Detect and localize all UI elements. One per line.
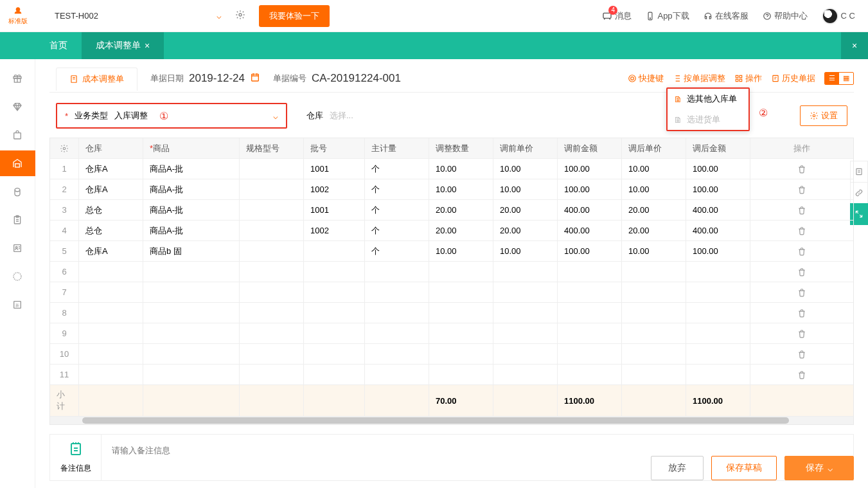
cell-post-amount[interactable] (686, 344, 750, 364)
cell-warehouse[interactable] (79, 344, 143, 364)
cell-pre-price[interactable] (493, 303, 558, 323)
cell-post-price[interactable]: 20.00 (622, 221, 686, 240)
row-delete-button[interactable] (750, 241, 853, 261)
cell-warehouse[interactable] (79, 282, 143, 302)
table-row[interactable]: 10 (50, 344, 853, 365)
cell-post-amount[interactable] (686, 262, 750, 282)
cell-batch[interactable] (304, 323, 365, 343)
cell-batch[interactable] (304, 282, 365, 302)
cell-qty[interactable]: 20.00 (429, 221, 493, 240)
org-selector[interactable]: TEST-H002 ⌵ (48, 7, 228, 24)
cell-product[interactable] (143, 282, 240, 302)
cell-batch[interactable]: 1001 (304, 159, 365, 179)
cell-qty[interactable] (429, 262, 493, 282)
table-row[interactable]: 11 (50, 365, 853, 385)
biz-type-field[interactable]: * 业务类型 入库调整 ① ⌵ (56, 103, 287, 129)
cell-post-price[interactable]: 20.00 (622, 200, 686, 220)
row-delete-button[interactable] (750, 303, 853, 323)
cell-post-amount[interactable]: 400.00 (686, 200, 750, 220)
save-draft-button[interactable]: 保存草稿 (711, 456, 777, 480)
cell-pre-price[interactable]: 10.00 (493, 241, 558, 261)
messages-link[interactable]: 消息 4 (602, 10, 632, 22)
cell-post-price[interactable]: 10.00 (622, 241, 686, 261)
cell-pre-amount[interactable]: 100.00 (558, 159, 622, 179)
cell-pre-amount[interactable]: 400.00 (558, 221, 622, 240)
cell-pre-price[interactable]: 10.00 (493, 159, 558, 179)
view-list-icon[interactable]: ☰ (825, 73, 839, 84)
table-row[interactable]: 2仓库A商品A-批1002个10.0010.00100.0010.00100.0… (50, 179, 853, 200)
cell-spec[interactable] (240, 344, 304, 364)
table-row[interactable]: 6 (50, 262, 853, 282)
close-all-tabs[interactable]: × (841, 32, 868, 59)
cell-batch[interactable]: 1001 (304, 200, 365, 220)
cell-pre-price[interactable]: 10.00 (493, 179, 558, 199)
cell-product[interactable]: 商品A-批 (143, 159, 240, 179)
cell-warehouse[interactable]: 总仓 (79, 200, 143, 220)
cell-qty[interactable] (429, 323, 493, 343)
cell-pre-price[interactable] (493, 282, 558, 302)
cell-product[interactable] (143, 303, 240, 323)
toolbar-history[interactable]: 历史单据 (771, 73, 815, 84)
row-delete-button[interactable] (750, 200, 853, 220)
nav-gift-icon[interactable] (0, 66, 35, 91)
cell-post-price[interactable]: 10.00 (622, 179, 686, 199)
cell-post-amount[interactable]: 100.00 (686, 159, 750, 179)
cell-qty[interactable] (429, 282, 493, 302)
cell-qty[interactable]: 10.00 (429, 179, 493, 199)
cell-spec[interactable] (240, 179, 304, 199)
cell-unit[interactable] (365, 323, 429, 343)
view-mode-toggle[interactable]: ☰ ▦ (824, 72, 854, 85)
nav-bag-icon[interactable] (0, 122, 35, 148)
cell-warehouse[interactable] (79, 303, 143, 323)
trial-button[interactable]: 我要体验一下 (259, 5, 330, 27)
nav-money-icon[interactable] (0, 179, 35, 204)
cell-post-amount[interactable] (686, 303, 750, 323)
cell-unit[interactable]: 个 (365, 200, 429, 220)
toolbar-ops[interactable]: 操作 (734, 73, 762, 84)
cell-warehouse[interactable] (79, 365, 143, 384)
cell-pre-amount[interactable] (558, 365, 622, 384)
cell-spec[interactable] (240, 241, 304, 261)
cell-post-amount[interactable] (686, 365, 750, 384)
cell-qty[interactable] (429, 303, 493, 323)
cell-qty[interactable] (429, 365, 493, 384)
cell-pre-price[interactable] (493, 344, 558, 364)
cell-warehouse[interactable] (79, 323, 143, 343)
cell-batch[interactable] (304, 303, 365, 323)
cell-post-amount[interactable] (686, 323, 750, 343)
cell-product[interactable]: 商品A-批 (143, 200, 240, 220)
cell-unit[interactable] (365, 282, 429, 302)
cell-product[interactable]: 商品A-批 (143, 179, 240, 199)
cell-spec[interactable] (240, 303, 304, 323)
tab-home[interactable]: 首页 (35, 32, 82, 59)
col-gear[interactable] (50, 138, 79, 158)
user-menu[interactable]: C C (822, 8, 855, 24)
nav-warehouse-icon[interactable] (0, 150, 35, 176)
cell-post-amount[interactable]: 100.00 (686, 241, 750, 261)
cell-post-amount[interactable] (686, 282, 750, 302)
toolbar-by-source[interactable]: 按单据调整 (673, 73, 725, 84)
doc-tab-title[interactable]: 成本调整单 (56, 68, 137, 91)
cell-pre-price[interactable] (493, 323, 558, 343)
cell-pre-amount[interactable]: 400.00 (558, 200, 622, 220)
row-delete-button[interactable] (750, 159, 853, 179)
tab-current[interactable]: 成本调整单× (82, 32, 164, 59)
nav-clipboard-icon[interactable] (0, 207, 35, 233)
cell-qty[interactable]: 20.00 (429, 200, 493, 220)
cell-spec[interactable] (240, 282, 304, 302)
nav-contact-icon[interactable] (0, 235, 35, 261)
cell-post-price[interactable] (622, 323, 686, 343)
cell-unit[interactable] (365, 303, 429, 323)
row-delete-button[interactable] (750, 262, 853, 282)
cell-batch[interactable] (304, 365, 365, 384)
nav-new-icon[interactable]: 新 (0, 292, 35, 318)
table-row[interactable]: 4总仓商品A-批1002个20.0020.00400.0020.00400.00 (50, 221, 853, 241)
cell-post-price[interactable] (622, 262, 686, 282)
cell-unit[interactable]: 个 (365, 221, 429, 240)
row-delete-button[interactable] (750, 344, 853, 364)
table-row[interactable]: 5仓库A商品b 固个10.0010.00100.0010.00100.00 (50, 241, 853, 262)
cell-pre-price[interactable] (493, 365, 558, 384)
cell-pre-amount[interactable] (558, 282, 622, 302)
row-delete-button[interactable] (750, 282, 853, 302)
cell-spec[interactable] (240, 221, 304, 240)
